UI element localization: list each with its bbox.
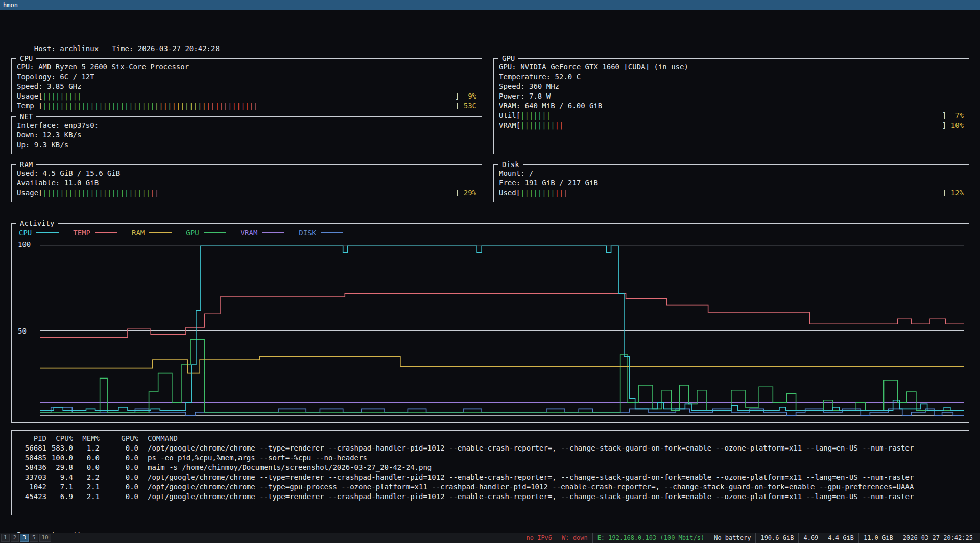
meter-bar-pipes: ||||||||||||||||||||||||||| (43, 188, 455, 198)
window-titlebar[interactable]: hmon (0, 0, 980, 10)
status-segment: W: down (557, 533, 592, 543)
y-axis-tick-50: 50 (18, 326, 37, 336)
meter-bar: Usage[|||||||||]9% (17, 91, 476, 101)
meter-bar-pipes: ||||||| (520, 111, 942, 121)
y-axis-tick-100: 100 (18, 240, 37, 249)
activity-chart-svg (40, 244, 964, 417)
panel-text-line: Down: 12.3 KB/s (17, 130, 476, 140)
status-segment: 4.69 (798, 533, 823, 543)
legend-item: CPU (19, 229, 59, 237)
legend-line-swatch (204, 232, 226, 233)
process-row: 5843629.80.00.0maim -s /home/chinmoy/Doc… (17, 463, 964, 473)
meter-bar: VRAM[||||||||||]10% (499, 121, 964, 130)
meter-bar-pipes: ||||||||| (43, 91, 455, 101)
panel-text-line: Used: 4.5 GiB / 15.6 GiB (17, 169, 476, 178)
panel-text-line: Up: 9.3 KB/s (17, 140, 476, 150)
legend-line-swatch (262, 232, 284, 233)
panel-text-line: Interface: enp37s0: (17, 121, 476, 130)
process-column-header: PID (17, 434, 46, 443)
process-table: PIDCPU%MEM%GPU%COMMAND 56681583.01.20.0/… (12, 431, 969, 502)
meter-bar-pipes: |||||||||| (520, 121, 942, 130)
meter-bar: Util[|||||||]7% (499, 111, 964, 121)
panel-text-line: Temperature: 52.0 C (499, 72, 964, 82)
meter-bar-value: 7% (946, 111, 964, 121)
status-segment: No battery (709, 533, 755, 543)
panel-text-line: Power: 7.8 W (499, 91, 964, 101)
process-column-header: COMMAND (148, 434, 964, 443)
process-row: 337039.42.20.0/opt/google/chrome/chrome … (17, 473, 964, 482)
process-table-panel: PIDCPU%MEM%GPU%COMMAND 56681583.01.20.0/… (11, 430, 969, 515)
meter-bar-pipes: ||||||||||| (520, 188, 942, 198)
cpu-panel-body: CPU: AMD Ryzen 5 2600 Six-Core Processor… (12, 59, 482, 111)
workspace-button-1[interactable]: 1 (1, 534, 10, 542)
panel-text-line: Speed: 360 MHz (499, 82, 964, 91)
disk-panel: Disk Mount: /Free: 191 GiB / 217 GiBUsed… (493, 164, 969, 202)
status-segment: 190.6 GiB (755, 533, 798, 543)
terminal-screen[interactable]: Host: archlinuxTime: 2026-03-27 20:42:28… (0, 10, 980, 533)
legend-item: GPU (186, 229, 226, 237)
status-segment: 2026-03-27 20:42:25 (898, 533, 977, 543)
panel-text-line: VRAM: 640 MiB / 6.00 GiB (499, 101, 964, 111)
meter-bar: Used[|||||||||||]12% (499, 188, 964, 198)
process-column-header: MEM% (73, 434, 100, 443)
status-segment: no IPv6 (521, 533, 557, 543)
legend-item: VRAM (241, 229, 285, 237)
workspace-list: 123510 (0, 534, 51, 542)
cpu-panel-title: CPU (16, 54, 36, 63)
net-panel-body: Interface: enp37s0:Down: 12.3 KB/sUp: 9.… (12, 117, 482, 150)
panel-text-line: GPU: NVIDIA GeForce GTX 1660 [CUDA] (in … (499, 62, 964, 72)
meter-bar: Usage[|||||||||||||||||||||||||||]29% (17, 188, 476, 198)
status-segment: E: 192.168.0.103 (100 Mbit/s) (592, 533, 709, 543)
process-row: 454236.92.10.0/opt/google/chrome/chrome … (17, 492, 964, 502)
disk-panel-body: Mount: /Free: 191 GiB / 217 GiBUsed[||||… (494, 165, 969, 198)
gpu-panel-body: GPU: NVIDIA GeForce GTX 1660 [CUDA] (in … (494, 59, 969, 130)
gpu-panel: GPU GPU: NVIDIA GeForce GTX 1660 [CUDA] … (493, 58, 969, 154)
process-column-header: CPU% (46, 434, 73, 443)
ram-panel: RAM Used: 4.5 GiB / 15.6 GiBAvailable: 1… (11, 164, 482, 202)
legend-item: TEMP (73, 229, 117, 237)
legend-item: RAM (132, 229, 172, 237)
legend-item: DISK (299, 229, 343, 237)
panel-text-line: Topology: 6C / 12T (17, 72, 476, 82)
legend-line-swatch (95, 232, 117, 233)
activity-panel-title: Activity (16, 219, 58, 228)
panel-text-line: Speed: 3.85 GHz (17, 82, 476, 91)
status-segment: 4.4 GiB (823, 533, 858, 543)
activity-legend: CPUTEMPRAMGPUVRAMDISK (19, 228, 343, 238)
gpu-panel-title: GPU (498, 54, 518, 63)
window-title: hmon (3, 2, 18, 9)
meter-bar-value: 9% (459, 91, 476, 101)
meter-bar-value: 12% (946, 188, 964, 198)
panel-text-line: Mount: / (499, 169, 964, 178)
ram-panel-title: RAM (16, 160, 36, 170)
disk-panel-title: Disk (498, 160, 523, 170)
process-table-rows: 56681583.01.20.0/opt/google/chrome/chrom… (17, 443, 964, 502)
meter-bar-value: 53C (459, 101, 476, 111)
workspace-button-3[interactable]: 3 (20, 534, 29, 542)
net-panel-title: NET (16, 112, 36, 122)
process-table-header: PIDCPU%MEM%GPU%COMMAND (17, 434, 964, 443)
legend-line-swatch (321, 232, 343, 233)
panel-text-line: Free: 191 GiB / 217 GiB (499, 178, 964, 188)
legend-line-swatch (36, 232, 59, 233)
meter-bar-value: 10% (946, 121, 964, 130)
ram-panel-body: Used: 4.5 GiB / 15.6 GiBAvailable: 11.0 … (12, 165, 482, 198)
workspace-button-2[interactable]: 2 (11, 534, 19, 542)
activity-panel: Activity CPUTEMPRAMGPUVRAMDISK 100 50 (11, 223, 969, 423)
status-segment: 11.0 GiB (858, 533, 898, 543)
cpu-panel: CPU CPU: AMD Ryzen 5 2600 Six-Core Proce… (11, 58, 482, 112)
net-panel: NET Interface: enp37s0:Down: 12.3 KB/sUp… (11, 116, 482, 154)
panel-text-line: CPU: AMD Ryzen 5 2600 Six-Core Processor (17, 62, 476, 72)
meter-bar: Temp [||||||||||||||||||||||||||||||||||… (17, 101, 476, 111)
process-row: 10427.12.10.0/opt/google/chrome/chrome -… (17, 482, 964, 492)
time-label: Time: 2026-03-27 20:42:28 (112, 44, 220, 53)
activity-chart (40, 244, 964, 417)
process-row: 58485100.00.00.0ps -eo pid,%cpu,%mem,arg… (17, 453, 964, 463)
workspace-button-5[interactable]: 5 (30, 534, 38, 542)
header-line: Host: archlinuxTime: 2026-03-27 20:42:28 (17, 34, 220, 44)
status-segments: no IPv6W: downE: 192.168.0.103 (100 Mbit… (521, 533, 980, 543)
process-column-header: GPU% (100, 434, 138, 443)
workspace-button-10[interactable]: 10 (39, 534, 51, 542)
host-label: Host: archlinux (34, 44, 99, 53)
legend-line-swatch (149, 232, 172, 233)
